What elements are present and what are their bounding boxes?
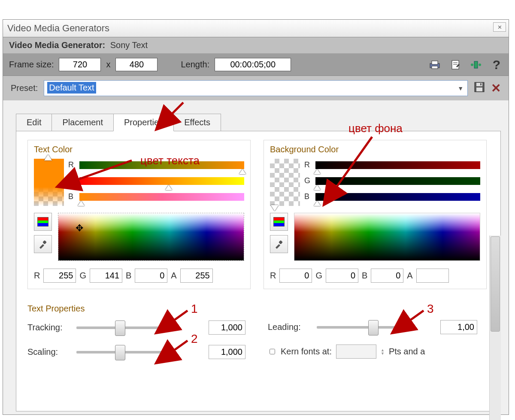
color-palette-button-bg[interactable] <box>270 213 288 231</box>
kern-label: Kern fonts at: <box>281 347 332 357</box>
kern-suffix: Pts and a <box>389 347 425 357</box>
scaling-slider[interactable] <box>76 351 162 354</box>
b-label: B <box>68 192 76 201</box>
delete-preset-icon[interactable]: ✕ <box>491 81 501 95</box>
swatch-slider-icon[interactable] <box>271 205 279 211</box>
g-label: G <box>68 176 76 185</box>
frame-height-input[interactable] <box>115 58 158 71</box>
tab-properties[interactable]: Properties <box>113 114 174 131</box>
svg-rect-13 <box>480 83 482 85</box>
svg-rect-12 <box>476 88 482 91</box>
gradient-picker[interactable]: ✥ <box>58 213 244 261</box>
kern-input[interactable] <box>336 344 376 359</box>
preset-label: Preset: <box>11 83 38 93</box>
window-title-bar: Video Media Generators ✕ <box>3 20 509 37</box>
kern-checkbox[interactable] <box>270 349 275 354</box>
leading-input[interactable] <box>440 320 477 334</box>
bg-a-input[interactable] <box>416 269 449 283</box>
params-bar: Frame size: x Length: ? <box>3 54 509 76</box>
a-lbl: A <box>171 271 176 281</box>
save-preset-icon[interactable] <box>474 82 485 95</box>
leading-thumb[interactable] <box>368 320 379 335</box>
eyedropper-button[interactable] <box>34 235 52 253</box>
bg-color-title: Background Color <box>270 145 480 154</box>
svg-rect-14 <box>42 240 47 245</box>
r-lbl-bg: R <box>270 271 276 281</box>
tracking-slider[interactable] <box>76 326 162 329</box>
text-g-input[interactable] <box>90 269 122 283</box>
print-icon[interactable] <box>429 59 441 71</box>
preset-input-wrap: Default Text ▼ <box>44 80 468 96</box>
svg-point-8 <box>471 63 473 66</box>
b-label-bg: B <box>304 192 312 201</box>
svg-rect-7 <box>474 61 478 68</box>
leading-label: Leading: <box>268 322 311 332</box>
properties-icon[interactable] <box>449 59 461 71</box>
bg-color-swatch[interactable] <box>270 159 300 206</box>
r-bar-bg[interactable] <box>315 161 480 169</box>
split-icon[interactable] <box>470 59 482 71</box>
r-bar[interactable] <box>79 161 244 169</box>
tracking-input[interactable] <box>209 320 245 335</box>
text-b-input[interactable] <box>135 269 167 283</box>
r-label-bg: R <box>304 160 312 169</box>
svg-rect-2 <box>432 66 438 69</box>
r-lbl: R <box>34 271 40 281</box>
svg-rect-15 <box>279 240 283 245</box>
g-bar-bg[interactable] <box>315 177 480 185</box>
tab-placement[interactable]: Placement <box>52 114 114 131</box>
frame-x-label: x <box>106 60 110 69</box>
preset-bar: Preset: Default Text ▼ ✕ <box>3 76 509 100</box>
b-lbl-bg: B <box>362 271 367 281</box>
help-icon[interactable]: ? <box>491 59 503 71</box>
length-input[interactable] <box>215 58 291 71</box>
svg-rect-3 <box>452 60 459 69</box>
tracking-label: Tracking: <box>27 323 70 332</box>
scaling-input[interactable] <box>209 345 245 359</box>
g-label-bg: G <box>304 176 312 185</box>
text-a-input[interactable] <box>180 269 213 283</box>
text-color-swatch[interactable] <box>34 159 64 206</box>
tab-body: Text Color R G <box>16 131 501 411</box>
generator-caption: Video Media Generator: Sony Text <box>3 37 509 54</box>
gradient-picker-bg[interactable] <box>294 213 480 261</box>
b-bar-bg[interactable] <box>315 193 480 201</box>
tracking-thumb[interactable] <box>115 320 125 336</box>
length-label: Length: <box>181 60 209 69</box>
svg-point-9 <box>479 63 481 66</box>
bg-r-input[interactable] <box>279 269 312 283</box>
kern-spinner-icon[interactable]: ▲▼ <box>381 348 385 355</box>
eyedropper-button-bg[interactable] <box>270 235 288 253</box>
text-color-panel: Text Color R G <box>27 140 251 289</box>
svg-rect-1 <box>432 61 438 64</box>
bg-b-input[interactable] <box>371 269 403 283</box>
scaling-label: Scaling: <box>27 347 70 357</box>
a-lbl-bg: A <box>407 271 412 281</box>
close-button[interactable]: ✕ <box>493 22 506 32</box>
frame-size-label: Frame size: <box>9 60 54 69</box>
caption-value: Sony Text <box>110 40 148 50</box>
frame-width-input[interactable] <box>59 58 101 71</box>
leading-panel: Leading: Kern fonts at: ▲▼ Pts and a <box>268 304 495 369</box>
preset-input[interactable] <box>44 80 468 96</box>
b-bar[interactable] <box>79 193 244 201</box>
leading-slider[interactable] <box>317 326 403 329</box>
text-props-panel: Text Properties Tracking: Scaling: <box>27 304 255 369</box>
color-palette-button[interactable] <box>34 213 52 231</box>
scaling-thumb[interactable] <box>115 345 125 360</box>
b-lbl: B <box>126 271 131 281</box>
scrollbar[interactable] <box>489 236 501 420</box>
text-color-title: Text Color <box>34 145 244 154</box>
tabs: Edit Placement Properties Effects <box>16 113 501 131</box>
swatch-slider-icon[interactable] <box>44 154 52 160</box>
scroll-thumb[interactable] <box>491 236 500 332</box>
tab-effects[interactable]: Effects <box>173 114 221 131</box>
window-title: Video Media Generators <box>7 23 109 34</box>
text-r-input[interactable] <box>43 269 76 283</box>
g-lbl-bg: G <box>315 271 322 281</box>
g-lbl: G <box>79 271 86 281</box>
tab-edit[interactable]: Edit <box>16 114 52 131</box>
caption-label: Video Media Generator: <box>9 40 105 50</box>
g-bar[interactable] <box>79 177 244 185</box>
bg-g-input[interactable] <box>326 269 358 283</box>
